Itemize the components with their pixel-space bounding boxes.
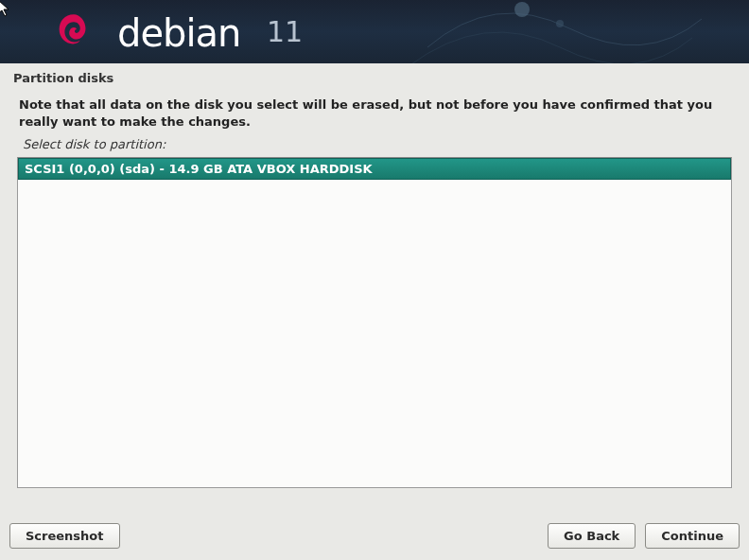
brand-version: 11 <box>267 15 303 48</box>
select-disk-label: Select disk to partition: <box>8 135 741 157</box>
disk-item-selected[interactable]: SCSI1 (0,0,0) (sda) - 14.9 GB ATA VBOX H… <box>18 158 731 180</box>
content-area: Note that all data on the disk you selec… <box>8 93 741 488</box>
bottom-toolbar: Screenshot Go Back Continue <box>9 523 740 549</box>
mouse-cursor-icon <box>0 0 13 19</box>
screenshot-button[interactable]: Screenshot <box>9 523 120 549</box>
go-back-button[interactable]: Go Back <box>548 523 636 549</box>
svg-point-1 <box>556 20 564 27</box>
debian-swirl-icon <box>51 8 96 53</box>
nav-button-group: Go Back Continue <box>548 523 740 549</box>
continue-button[interactable]: Continue <box>645 523 740 549</box>
disk-list[interactable]: SCSI1 (0,0,0) (sda) - 14.9 GB ATA VBOX H… <box>17 157 732 488</box>
header-decoration-swirl <box>380 0 711 63</box>
installer-header: debian 11 <box>0 0 749 63</box>
svg-point-0 <box>514 2 530 17</box>
page-title: Partition disks <box>0 63 749 93</box>
brand-name: debian <box>117 11 240 55</box>
warning-message: Note that all data on the disk you selec… <box>8 93 741 135</box>
